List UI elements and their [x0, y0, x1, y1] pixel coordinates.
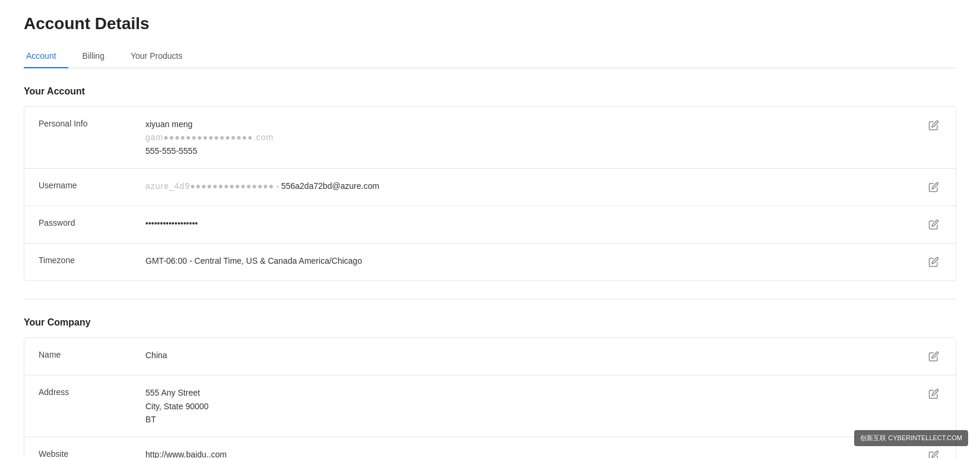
company-website-label: Website — [39, 448, 145, 458]
timezone-edit-button[interactable] — [926, 254, 941, 270]
tab-billing[interactable]: Billing — [80, 45, 116, 68]
company-address-label: Address — [39, 386, 145, 397]
tabs-nav: Account Billing Your Products — [24, 45, 956, 68]
company-website-row: Website http://www.baidu..com — [24, 437, 956, 458]
tab-your-products[interactable]: Your Products — [128, 45, 194, 68]
timezone-text: GMT-06:00 - Central Time, US & Canada Am… — [145, 254, 916, 267]
edit-icon — [928, 388, 939, 399]
edit-icon — [928, 120, 939, 131]
company-address-value: 555 Any Street City, State 90000 BT — [145, 386, 916, 426]
personal-info-phone: 555-555-5555 — [145, 144, 916, 157]
username-row: Username azure_4d9●●●●●●●●●●●●●●● · 556a… — [24, 169, 956, 206]
your-account-card: Personal Info xiyuan meng gam●●●●●●●●●●●… — [24, 106, 956, 281]
password-row: Password •••••••••••••••••• — [24, 206, 956, 244]
edit-icon — [928, 182, 939, 192]
section-divider — [24, 299, 956, 299]
personal-info-row: Personal Info xiyuan meng gam●●●●●●●●●●●… — [24, 107, 956, 169]
company-address-line1: 555 Any Street — [145, 386, 916, 399]
edit-icon — [928, 219, 939, 230]
company-website-value: http://www.baidu..com — [145, 448, 916, 458]
page-title: Account Details — [24, 14, 956, 33]
timezone-value: GMT-06:00 - Central Time, US & Canada Am… — [145, 254, 916, 267]
edit-icon — [928, 351, 939, 362]
company-name-row: Name China — [24, 338, 956, 375]
timezone-label: Timezone — [39, 254, 145, 265]
company-name-label: Name — [39, 349, 145, 359]
company-address-edit-button[interactable] — [926, 386, 941, 402]
company-address-row: Address 555 Any Street City, State 90000… — [24, 375, 956, 437]
personal-info-email: gam●●●●●●●●●●●●●●●●.com — [145, 131, 916, 144]
page-container: Account Details Account Billing Your Pro… — [0, 0, 980, 458]
personal-info-edit-button[interactable] — [926, 118, 941, 133]
your-account-title: Your Account — [24, 86, 956, 97]
username-text: azure_4d9●●●●●●●●●●●●●●● · 556a2da72bd@a… — [145, 179, 916, 192]
company-name-text: China — [145, 349, 916, 362]
personal-info-label: Personal Info — [39, 118, 145, 128]
password-label: Password — [39, 217, 145, 228]
username-value: azure_4d9●●●●●●●●●●●●●●● · 556a2da72bd@a… — [145, 179, 916, 192]
password-edit-button[interactable] — [926, 217, 941, 232]
edit-icon — [928, 450, 939, 458]
password-dots: •••••••••••••••••• — [145, 217, 916, 230]
company-website-text: http://www.baidu..com — [145, 448, 916, 458]
your-company-title: Your Company — [24, 317, 956, 328]
personal-info-value: xiyuan meng gam●●●●●●●●●●●●●●●●.com 555-… — [145, 118, 916, 157]
edit-icon — [928, 257, 939, 267]
company-name-edit-button[interactable] — [926, 349, 941, 364]
company-address-line2: City, State 90000 — [145, 400, 916, 413]
personal-info-name: xiyuan meng — [145, 118, 916, 131]
company-website-edit-button[interactable] — [926, 448, 941, 458]
username-edit-button[interactable] — [926, 179, 941, 195]
company-address-line3: BT — [145, 413, 916, 426]
username-label: Username — [39, 179, 145, 190]
company-name-value: China — [145, 349, 916, 362]
tab-account[interactable]: Account — [24, 45, 68, 68]
timezone-row: Timezone GMT-06:00 - Central Time, US & … — [24, 244, 956, 280]
password-value: •••••••••••••••••• — [145, 217, 916, 230]
your-company-card: Name China Address 555 Any Street City, … — [24, 337, 956, 458]
